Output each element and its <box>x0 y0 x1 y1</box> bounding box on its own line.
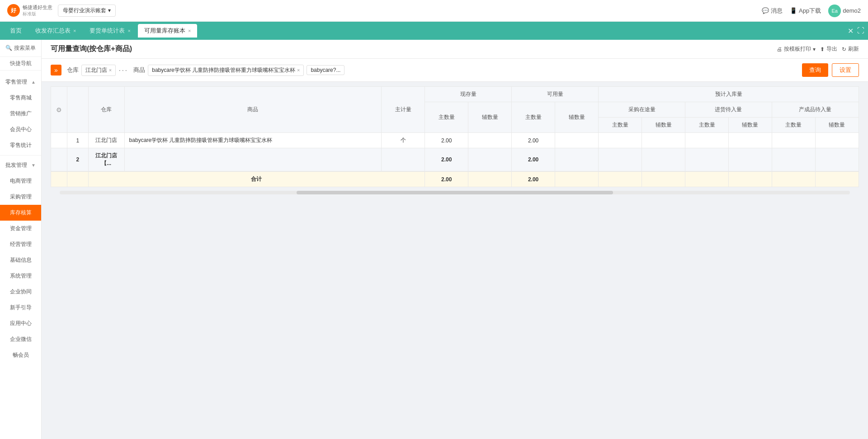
tab-requisition-close[interactable]: × <box>127 28 130 33</box>
product-tag-2[interactable]: babycare?... <box>307 65 344 75</box>
template-print-label: 按模板打印 <box>784 45 811 53</box>
sidebar-item-premium-member[interactable]: 畅会员 <box>0 347 41 363</box>
industry-selector[interactable]: 母婴行业演示账套 ▾ <box>58 5 116 17</box>
data-table: ⚙ 仓库 商品 主计量 现存量 <box>51 86 859 187</box>
subtotal-row: 2 江北门店【... 2.00 2.00 <box>51 148 859 172</box>
total-inbound-main <box>685 171 729 187</box>
sidebar-item-member-center-label: 会员中心 <box>10 126 32 133</box>
cell-production-aux <box>815 133 859 148</box>
refresh-btn[interactable]: ↻ 刷新 <box>842 45 859 53</box>
cell-product: babycare学饮杯 儿童防摔防撞吸管杯重力球吸嘴杯宝宝水杯 <box>124 133 382 148</box>
app-download-item[interactable]: 📱 App下载 <box>790 7 821 15</box>
th-stock-aux: 辅数量 <box>468 102 512 133</box>
sidebar-item-purchase-mgmt[interactable]: 采购管理 <box>0 189 41 205</box>
sidebar-item-inventory[interactable]: 库存核算 <box>0 205 41 221</box>
table-container: ⚙ 仓库 商品 主计量 现存量 <box>42 82 868 439</box>
subtotal-inbound-main <box>685 148 729 172</box>
total-production-main <box>772 171 815 187</box>
sidebar-item-member-center[interactable]: 会员中心 <box>0 122 41 137</box>
template-print-btn[interactable]: 🖨 按模板打印 ▾ <box>777 45 816 53</box>
sidebar-item-system-mgmt[interactable]: 系统管理 <box>0 268 41 284</box>
subtotal-avail-aux <box>555 148 599 172</box>
horizontal-scroll-area[interactable] <box>51 191 859 194</box>
cell-inbound-main <box>685 133 729 148</box>
close-window-btn[interactable]: ✕ <box>848 27 854 35</box>
filter-expand-btn[interactable]: » <box>51 65 61 76</box>
cell-settings <box>51 133 67 148</box>
search-icon: 🔍 <box>5 45 12 51</box>
top-bar: 好 畅捷通好生意 标准版 母婴行业演示账套 ▾ 💬 消息 📱 App下载 Ea … <box>0 0 868 22</box>
sidebar-item-inventory-label: 库存核算 <box>10 209 32 217</box>
sidebar-item-ecommerce-mgmt[interactable]: 电商管理 <box>0 173 41 189</box>
sidebar-item-enterprise-wechat[interactable]: 企业微信 <box>0 331 41 347</box>
tab-shoufasum[interactable]: 收发存汇总表 × <box>29 24 82 38</box>
tab-availablestock-close[interactable]: × <box>188 28 191 33</box>
subtotal-production-main <box>772 148 815 172</box>
product-tag-1[interactable]: babycare学饮杯 儿童防摔防撞吸管杯重力球吸嘴杯宝宝水杯 × <box>148 65 304 76</box>
setting-btn[interactable]: 设置 <box>832 63 859 77</box>
th-mainunit: 主计量 <box>382 87 425 133</box>
subtotal-warehouse: 江北门店【... <box>88 148 124 172</box>
total-stock-main: 2.00 <box>425 171 468 187</box>
cell-avail-main: 2.00 <box>512 133 555 148</box>
warehouse-filter-more[interactable]: ··· <box>118 66 128 75</box>
sidebar-item-retail-stats[interactable]: 零售统计 <box>0 137 41 153</box>
logo-text: 畅捷通好生意 <box>23 4 52 10</box>
gear-icon[interactable]: ⚙ <box>56 106 62 113</box>
message-label: 消息 <box>771 7 783 15</box>
sidebar-item-wholesale-mgmt[interactable]: 批发管理 ▼ <box>0 157 41 173</box>
product-tag-1-close[interactable]: × <box>297 67 300 73</box>
export-btn[interactable]: ⬆ 导出 <box>820 45 837 53</box>
total-rownum <box>67 171 89 187</box>
scroll-thumb[interactable] <box>297 191 613 194</box>
sidebar-item-ops-mgmt[interactable]: 经营管理 <box>0 236 41 252</box>
sidebar-item-enterprise-collab[interactable]: 企业协同 <box>0 284 41 300</box>
sidebar-item-enterprise-wechat-label: 企业微信 <box>10 335 32 343</box>
th-warehouse: 仓库 <box>88 87 124 133</box>
logo-icon: 好 <box>7 4 20 17</box>
tab-availablestock[interactable]: 可用量库存账本 × <box>138 24 197 38</box>
cell-purchase-aux <box>642 133 685 148</box>
sidebar-quicknav[interactable]: 快捷导航 <box>0 57 41 71</box>
cell-avail-aux <box>555 133 599 148</box>
printer-icon: 🖨 <box>777 46 782 52</box>
expand-window-btn[interactable]: ⛶ <box>857 27 864 35</box>
sidebar-item-system-mgmt-label: 系统管理 <box>10 272 32 280</box>
subtotal-stock-main: 2.00 <box>425 148 468 172</box>
warehouse-filter-group: 仓库 江北门店 × ··· <box>67 65 128 76</box>
sidebar-item-retail-mgmt[interactable]: 零售管理 ▲ <box>0 74 41 90</box>
subtotal-production-aux <box>815 148 859 172</box>
total-production-aux <box>815 171 859 187</box>
query-btn[interactable]: 查询 <box>802 63 828 77</box>
sidebar-item-app-center[interactable]: 应用中心 <box>0 316 41 331</box>
warehouse-tag-close[interactable]: × <box>109 67 112 73</box>
cell-rownum: 1 <box>67 133 89 148</box>
th-settings: ⚙ <box>51 87 67 133</box>
message-item[interactable]: 💬 消息 <box>762 7 783 15</box>
sidebar-item-new-guide[interactable]: 新手引导 <box>0 300 41 316</box>
warehouse-filter-label: 仓库 <box>67 66 79 74</box>
user-name: demo2 <box>843 7 861 14</box>
sidebar-item-basic-info[interactable]: 基础信息 <box>0 252 41 268</box>
sidebar-item-marketing[interactable]: 营销推广 <box>0 106 41 122</box>
user-item[interactable]: Ea demo2 <box>828 5 861 17</box>
chevron-down-icon: ▾ <box>108 7 111 14</box>
sidebar-item-app-center-label: 应用中心 <box>10 320 32 327</box>
top-bar-right: 💬 消息 📱 App下载 Ea demo2 <box>762 5 861 17</box>
product-tag-1-text: babycare学饮杯 儿童防摔防撞吸管杯重力球吸嘴杯宝宝水杯 <box>152 66 295 74</box>
tab-requisition-label: 要货单统计表 <box>90 27 125 35</box>
sidebar-item-finance-mgmt[interactable]: 资金管理 <box>0 221 41 236</box>
tab-home[interactable]: 首页 <box>4 24 28 38</box>
subtotal-avail-main: 2.00 <box>512 148 555 172</box>
sidebar-item-premium-member-label: 畅会员 <box>13 351 29 359</box>
tab-shoufasum-close[interactable]: × <box>73 28 76 33</box>
subtotal-purchase-main <box>599 148 642 172</box>
warehouse-tag-jiangbei[interactable]: 江北门店 × <box>81 65 116 76</box>
total-inbound-aux <box>728 171 772 187</box>
horizontal-scroll[interactable] <box>60 191 850 194</box>
th-avail-main: 主数量 <box>512 102 555 133</box>
sidebar-item-retail-shop[interactable]: 零售商城 <box>0 90 41 106</box>
sidebar-item-retail-stats-label: 零售统计 <box>10 142 32 149</box>
tab-requisition[interactable]: 要货单统计表 × <box>83 24 137 38</box>
sidebar-search[interactable]: 🔍 搜索菜单 <box>0 40 41 57</box>
